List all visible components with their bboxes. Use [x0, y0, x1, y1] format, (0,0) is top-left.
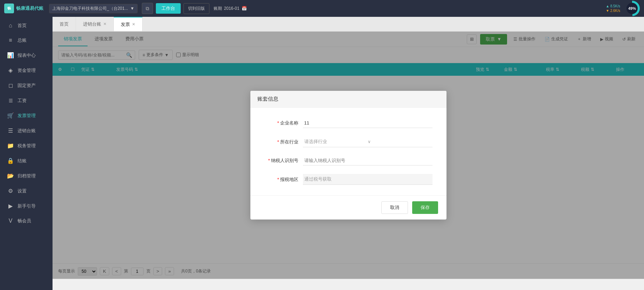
reports-icon: 📊: [7, 52, 14, 59]
app-logo: 畅 畅康通易代账: [4, 4, 43, 13]
tax-icon: 📁: [7, 142, 14, 149]
assets-icon: ◻: [7, 82, 14, 89]
sidebar-item-archive[interactable]: 📂 归档管理: [0, 168, 53, 183]
home-icon: ⌂: [7, 22, 14, 29]
member-icon: V: [7, 218, 14, 224]
archive-icon: 📂: [7, 173, 14, 179]
account-info-dialog: 账套信息 * 企业名称 *: [250, 91, 446, 220]
save-button[interactable]: 保存: [412, 201, 438, 214]
progress-pct: 49%: [626, 3, 638, 14]
sidebar-label-home: 首页: [18, 22, 27, 29]
sidebar-item-home[interactable]: ⌂ 首页: [0, 18, 53, 33]
sidebar-item-settle[interactable]: 🔒 结账: [0, 153, 53, 168]
dialog-title: 账套信息: [250, 91, 446, 108]
period-value: 2016-01: [224, 6, 240, 11]
sidebar-label-ledger: 总账: [18, 37, 27, 43]
sidebar-item-salary[interactable]: ≣ 工资: [0, 93, 53, 108]
sidebar-label-purchase: 进销台账: [18, 128, 36, 134]
bottom-bar: [53, 279, 644, 290]
tab-purchase-close[interactable]: ✕: [103, 22, 106, 26]
tab-invoice-label: 发票: [121, 21, 130, 28]
chevron-down-icon: ▼: [130, 6, 134, 11]
form-row-tax-id: * 纳税人识别号: [264, 156, 432, 166]
sidebar-label-guide: 新手引导: [18, 203, 36, 209]
header-right: ▲ 8.5K/s ▼ 2.6K/s 49%: [606, 1, 640, 16]
old-version-button[interactable]: 切到旧版: [183, 3, 209, 14]
purchase-icon: ☰: [7, 127, 14, 134]
form-row-company: * 企业名称: [264, 118, 432, 128]
logo-text: 畅康通易代账: [16, 5, 43, 12]
sidebar-label-settle: 结账: [18, 158, 27, 164]
sidebar-item-purchase[interactable]: ☰ 进销台账: [0, 123, 53, 138]
tab-purchase[interactable]: 进销台账 ✕: [76, 17, 114, 31]
calendar-icon[interactable]: 📅: [242, 6, 247, 11]
top-header: 畅 畅康通易代账 上海卯金刀电子科技有限公司_（台201... ▼ ⧉ 工作台 …: [0, 0, 644, 17]
select-industry-placeholder: 请选择行业: [304, 139, 368, 145]
dialog-body: * 企业名称 * 所在行业 请选择行业: [250, 108, 446, 195]
tab-home[interactable]: 首页: [53, 17, 76, 31]
sidebar-item-tax[interactable]: 📁 税务管理: [0, 138, 53, 153]
tab-invoice-close[interactable]: ✕: [132, 22, 135, 27]
sidebar-label-assets: 固定资产: [18, 82, 36, 89]
workbench-button[interactable]: 工作台: [156, 3, 181, 14]
sidebar-item-guide[interactable]: ▶ 新手引导: [0, 198, 53, 214]
guide-icon: ▶: [7, 203, 14, 209]
label-industry: * 所在行业: [264, 139, 303, 145]
form-row-tax-region: * 报税地区 通过税号获取: [264, 174, 432, 185]
settings-icon: ⚙: [7, 188, 14, 194]
company-name: 上海卯金刀电子科技有限公司_（台201...: [52, 6, 128, 12]
sidebar-item-invoice[interactable]: 🛒 发票管理: [0, 108, 53, 123]
sidebar-label-invoice: 发票管理: [18, 113, 36, 119]
invoice-icon: 🛒: [7, 112, 14, 119]
page-content: 销项发票 进项发票 费用小票 ⊞ 取票 ▼ ☰ 批量操作: [53, 32, 644, 279]
main-layout: ⌂ 首页 ≡ 总账 📊 报表中心 ◈ 资金管理 ◻ 固定资产 ≣ 工资 🛒 发票…: [0, 17, 644, 290]
settle-icon: 🔒: [7, 157, 14, 164]
progress-circle: 49%: [624, 1, 640, 16]
tab-purchase-label: 进销台账: [83, 21, 101, 27]
sidebar-label-member: 畅会员: [18, 218, 31, 224]
speed-indicator: ▲ 8.5K/s ▼ 2.6K/s: [606, 4, 620, 13]
input-tax-id[interactable]: [303, 156, 432, 166]
tab-bar: 首页 进销台账 ✕ 发票 ✕: [53, 17, 644, 32]
speed-down: ▼ 2.6K/s: [606, 9, 620, 13]
sidebar-item-reports[interactable]: 📊 报表中心: [0, 48, 53, 63]
dialog-footer: 取消 保存: [250, 195, 446, 220]
header-icons: ⧉: [142, 3, 153, 14]
input-tax-region-disabled: 通过税号获取: [303, 174, 432, 185]
sidebar-label-reports: 报表中心: [18, 52, 36, 59]
sidebar-item-ledger[interactable]: ≡ 总账: [0, 33, 53, 48]
sidebar-item-finance[interactable]: ◈ 资金管理: [0, 63, 53, 78]
tab-invoice[interactable]: 发票 ✕: [114, 17, 143, 31]
label-company: * 企业名称: [264, 120, 303, 126]
modal-overlay: 账套信息 * 企业名称 *: [53, 32, 644, 279]
label-tax-region: * 报税地区: [264, 176, 303, 183]
tab-home-label: 首页: [60, 21, 69, 27]
sidebar: ⌂ 首页 ≡ 总账 📊 报表中心 ◈ 资金管理 ◻ 固定资产 ≣ 工资 🛒 发票…: [0, 17, 53, 290]
finance-icon: ◈: [7, 67, 14, 74]
input-company-name[interactable]: [303, 118, 432, 128]
copy-icon-btn[interactable]: ⧉: [142, 3, 153, 14]
sidebar-item-assets[interactable]: ◻ 固定资产: [0, 78, 53, 93]
sidebar-label-settings: 设置: [18, 188, 27, 194]
sidebar-label-archive: 归档管理: [18, 173, 36, 179]
sidebar-label-salary: 工资: [18, 97, 27, 104]
label-tax-id: * 纳税人识别号: [264, 157, 303, 164]
sidebar-label-tax: 税务管理: [18, 143, 36, 149]
salary-icon: ≣: [7, 97, 14, 104]
ledger-icon: ≡: [7, 37, 14, 43]
sidebar-item-member[interactable]: V 畅会员: [0, 214, 53, 228]
form-row-industry: * 所在行业 请选择行业 ∨: [264, 136, 432, 147]
logo-icon: 畅: [4, 4, 14, 13]
company-selector[interactable]: 上海卯金刀电子科技有限公司_（台201... ▼: [49, 4, 138, 13]
speed-up: ▲ 8.5K/s: [606, 4, 620, 8]
content-area: 首页 进销台账 ✕ 发票 ✕ 销项发票 进项发票 费用: [53, 17, 644, 290]
chevron-down-icon: ∨: [368, 139, 431, 144]
period-info: 账期 2016-01 📅: [214, 6, 247, 12]
select-industry-wrap[interactable]: 请选择行业 ∨: [303, 136, 432, 147]
sidebar-item-settings[interactable]: ⚙ 设置: [0, 183, 53, 198]
cancel-button[interactable]: 取消: [381, 201, 408, 214]
sidebar-label-finance: 资金管理: [18, 67, 36, 74]
